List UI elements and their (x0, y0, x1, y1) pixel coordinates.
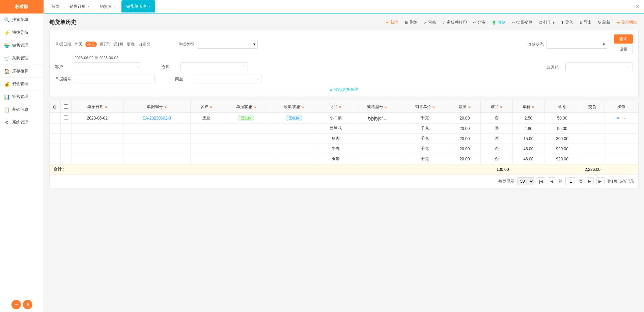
sidebar-item-finance[interactable]: 💰 资金管理 (0, 78, 44, 90)
more-icon[interactable]: ··· (627, 64, 631, 69)
filter-item-goods: 商品 ··· (175, 75, 261, 83)
sort-icon[interactable]: ⇅ (468, 105, 471, 109)
row-checkbox[interactable] (64, 115, 68, 120)
customer-input[interactable] (76, 64, 134, 69)
sort-icon[interactable]: ⇅ (105, 105, 107, 109)
first-page-button[interactable]: |◀ (537, 177, 545, 185)
export-button[interactable]: ⬇ 导出 (578, 19, 593, 26)
more-icon[interactable]: ··· (256, 77, 259, 81)
next-page-button[interactable]: ▶ (586, 177, 594, 185)
close-icon[interactable]: × (88, 5, 90, 8)
refresh-button[interactable]: ↻ 刷新 (596, 19, 612, 26)
table-row: 牛肉 千克 20.00 否 46.00 920.00 (50, 144, 638, 154)
sidebar-item-operation[interactable]: 📊 经营管理 (0, 90, 44, 103)
sort-icon[interactable]: ⇅ (209, 105, 212, 109)
sidebar-item-search[interactable]: 🔍 搜索菜单 (0, 14, 44, 26)
display-icon: ☰ (616, 20, 620, 25)
shortcut-7days[interactable]: 近7天 (99, 42, 111, 47)
sort-icon[interactable]: ⇅ (532, 105, 534, 109)
sort-icon[interactable]: ⇅ (500, 105, 502, 109)
close-icon[interactable]: × (114, 5, 116, 8)
table-row: 2023-06-02 SA-20230602-0 王总 已生效 已收款 小白菜 … (50, 113, 638, 124)
collapse-button[interactable]: ∧ 收起更多条件 (55, 87, 633, 93)
collect-button[interactable]: 💲 收款 (490, 19, 507, 26)
table-row: 玉米 千克 20.00 否 46.00 920.00 (50, 154, 638, 164)
shortcut-1month[interactable]: 近1月 (113, 42, 124, 47)
display-button[interactable]: ☰ 显示明细 (615, 19, 639, 26)
goods-dropdown[interactable]: ··· (194, 75, 261, 83)
last-page-button[interactable]: ▶| (596, 177, 605, 185)
audit-button[interactable]: ✓ 审核 (422, 19, 438, 26)
td-qty: 20.00 (449, 144, 481, 154)
shortcut-custom[interactable]: 自定义 (138, 42, 151, 47)
warehouse-input[interactable] (183, 64, 241, 69)
per-page-select[interactable]: 50 100 200 (517, 177, 534, 185)
shortcut-more[interactable]: 更多 (126, 42, 136, 47)
sidebar-item-sales[interactable]: 🏪 销售管理 (0, 39, 44, 52)
doctype-dropdown[interactable]: ▾ (197, 40, 258, 49)
sidebar-bottom-btn-2[interactable]: ⏸ (23, 300, 32, 309)
tab-sales-history[interactable]: 销货单历史 × (121, 0, 155, 12)
sort-icon[interactable]: ⇅ (164, 105, 167, 109)
setting-button[interactable]: 设置 (614, 45, 633, 54)
collect-button-label: 收款 (498, 20, 506, 25)
more-icon[interactable]: ··· (242, 64, 246, 69)
select-all-checkbox[interactable] (64, 104, 68, 109)
batch-change-button[interactable]: ✏ 批量变更 (510, 19, 534, 26)
sidebar-item-base[interactable]: 📋 基础信息 (0, 103, 44, 116)
th-qty-label: 数量 (459, 104, 467, 110)
tab-sales-order[interactable]: 销售订单 × (65, 0, 94, 12)
shortcut-today[interactable]: 今天 (85, 42, 97, 47)
delete-button[interactable]: 🗑 删除 (403, 19, 419, 26)
td-qty: 20.00 (449, 124, 481, 134)
abandon-button[interactable]: ↩ 弃审 (472, 19, 487, 26)
audit-print-button[interactable]: ✓ 审核并打印 (441, 19, 468, 26)
tab-sales-history-label: 销货单历史 (126, 4, 146, 9)
customer-dropdown[interactable]: ··· (74, 62, 141, 71)
page-input[interactable] (565, 177, 576, 185)
sidebar-item-inventory[interactable]: 🏠 库存核算 (0, 65, 44, 78)
collect-status-dropdown[interactable]: ▾ (547, 40, 607, 49)
sort-icon[interactable]: ⇅ (384, 105, 387, 109)
doctype-input[interactable] (199, 42, 252, 47)
sidebar-logo: 标准版 (0, 0, 44, 14)
print-button[interactable]: 🖨 打印 ▾ (537, 19, 556, 26)
query-button[interactable]: 查询 (614, 34, 633, 44)
shortcut-yesterday[interactable]: 昨天 (74, 42, 83, 47)
prev-page-button[interactable]: ◀ (548, 177, 556, 185)
gear-icon[interactable]: ⚙ (53, 104, 57, 110)
close-icon[interactable]: × (148, 5, 150, 8)
warehouse-dropdown[interactable]: ··· (180, 62, 248, 71)
th-customer: 客户 ⇅ (190, 101, 222, 113)
tab-home[interactable]: 首页 (47, 0, 64, 12)
sort-icon[interactable]: ⇅ (253, 105, 256, 109)
td-collect-status (270, 134, 318, 144)
sort-icon[interactable]: ⇅ (339, 105, 341, 109)
th-trade-label: 交货 (588, 104, 596, 109)
salesman-dropdown[interactable]: ··· (565, 62, 633, 71)
edit-row-button[interactable]: ✏ (616, 116, 620, 121)
salesman-input[interactable] (568, 64, 626, 69)
import-button[interactable]: ⬆ 导入 (559, 19, 575, 26)
td-no (123, 124, 190, 134)
audit-print-button-label: 审核并打印 (447, 20, 467, 25)
close-all-tabs-button[interactable]: × (634, 3, 641, 10)
sidebar-item-purchase[interactable]: 🛒 采购管理 (0, 52, 44, 65)
sort-icon[interactable]: ⇅ (432, 105, 435, 109)
tab-sales-goods[interactable]: 销货单 × (95, 0, 121, 12)
sidebar-item-quick[interactable]: ⚡ 快捷导航 (0, 26, 44, 39)
more-row-button[interactable]: ⋯ (622, 116, 626, 121)
goods-input[interactable] (196, 77, 254, 81)
sidebar-item-system[interactable]: ⚙ 系统管理 (0, 116, 44, 129)
more-icon[interactable]: ··· (136, 64, 139, 69)
store-icon: 🏪 (4, 43, 9, 48)
docno-input[interactable] (74, 75, 155, 83)
new-button[interactable]: ＋ 新增 (384, 19, 400, 26)
collect-status-input[interactable] (549, 42, 601, 47)
sort-icon[interactable]: ⇅ (301, 105, 304, 109)
sidebar-bottom-btn-1[interactable]: ☀ (11, 300, 21, 309)
tabbar: 首页 销售订单 × 销货单 × 销货单历史 × × (44, 0, 644, 14)
doc-no-link[interactable]: SA-20230602-0 (143, 116, 171, 121)
date-filter-label: 单据日期 (55, 42, 72, 47)
td-check (60, 134, 71, 144)
